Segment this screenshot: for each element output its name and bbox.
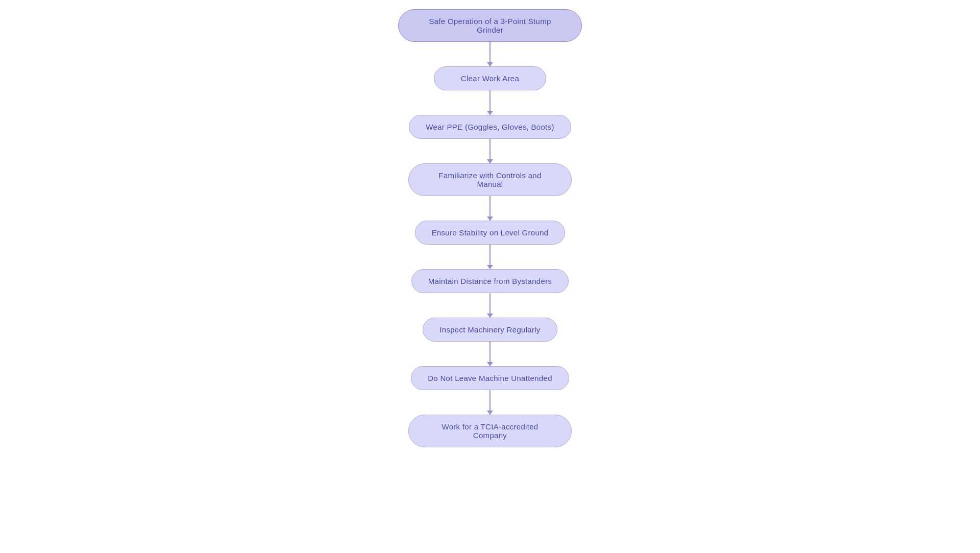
flowchart-node-step2: Wear PPE (Goggles, Gloves, Boots) [409,115,571,139]
flowchart-node-step4: Ensure Stability on Level Ground [415,221,566,245]
flowchart-node-step1: Clear Work Area [434,66,546,90]
connector-1 [489,90,491,115]
flowchart-node-step8: Work for a TCIA-accredited Company [408,415,572,447]
flowchart-node-step7: Do Not Leave Machine Unattended [411,366,569,390]
flowchart-node-step3: Familiarize with Controls and Manual [408,163,572,196]
connector-5 [489,293,491,318]
flowchart-node-step5: Maintain Distance from Bystanders [411,269,569,293]
connector-0 [489,42,491,66]
connector-3 [489,196,491,221]
flowchart-node-step6: Inspect Machinery Regularly [423,318,557,342]
flowchart-node-root: Safe Operation of a 3-Point Stump Grinde… [398,9,582,42]
connector-6 [489,342,491,366]
connector-2 [489,139,491,163]
connector-4 [489,245,491,269]
connector-7 [489,390,491,415]
flowchart: Safe Operation of a 3-Point Stump Grinde… [398,0,582,447]
